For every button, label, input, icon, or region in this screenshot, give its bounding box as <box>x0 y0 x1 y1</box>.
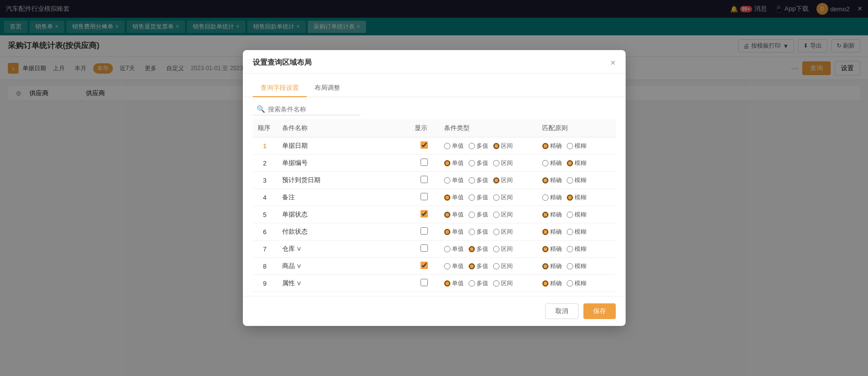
display-checkbox[interactable] <box>421 244 428 252</box>
type-radio[interactable] <box>469 246 475 252</box>
display-checkbox[interactable] <box>421 279 428 286</box>
dialog-overlay[interactable]: 设置查询区域布局 × 查询字段设置 布局调整 🔍 顺序 <box>0 0 868 376</box>
type-radio[interactable] <box>493 246 500 252</box>
match-radio[interactable] <box>567 212 573 218</box>
display-checkbox[interactable] <box>421 159 428 166</box>
type-radio[interactable] <box>469 160 475 166</box>
match-radio-label[interactable]: 精确 <box>542 142 562 150</box>
type-radio[interactable] <box>469 229 475 235</box>
type-radio-label[interactable]: 区间 <box>493 279 513 288</box>
type-radio[interactable] <box>493 194 500 201</box>
match-radio[interactable] <box>567 194 573 201</box>
dialog-close-icon[interactable]: × <box>610 58 616 67</box>
type-radio[interactable] <box>493 177 500 184</box>
match-radio-label[interactable]: 精确 <box>542 245 562 253</box>
cancel-button[interactable]: 取消 <box>545 303 579 319</box>
type-radio-label[interactable]: 单值 <box>444 279 464 288</box>
type-radio[interactable] <box>469 263 475 269</box>
match-radio[interactable] <box>542 229 549 235</box>
type-radio-label[interactable]: 单值 <box>444 245 464 253</box>
type-radio-label[interactable]: 多值 <box>469 245 488 253</box>
match-radio-label[interactable]: 精确 <box>542 159 562 167</box>
match-radio-label[interactable]: 精确 <box>542 262 562 270</box>
match-radio[interactable] <box>567 229 573 235</box>
type-radio-label[interactable]: 单值 <box>444 176 464 185</box>
match-radio[interactable] <box>542 194 549 201</box>
type-radio[interactable] <box>444 143 450 149</box>
type-radio[interactable] <box>444 177 450 184</box>
match-radio-label[interactable]: 精确 <box>542 279 562 288</box>
match-radio-label[interactable]: 模糊 <box>567 142 586 150</box>
type-radio-label[interactable]: 单值 <box>444 211 464 219</box>
type-radio[interactable] <box>469 212 475 218</box>
type-radio-label[interactable]: 多值 <box>469 262 488 270</box>
display-checkbox[interactable] <box>421 193 428 200</box>
match-radio[interactable] <box>542 246 549 252</box>
display-checkbox[interactable] <box>421 262 428 269</box>
type-radio-label[interactable]: 多值 <box>469 159 488 167</box>
type-radio-label[interactable]: 单值 <box>444 159 464 167</box>
type-radio-label[interactable]: 区间 <box>493 245 513 253</box>
type-radio[interactable] <box>469 280 475 287</box>
type-radio-label[interactable]: 单值 <box>444 193 464 202</box>
type-radio-label[interactable]: 多值 <box>469 176 488 185</box>
type-radio[interactable] <box>469 177 475 184</box>
type-radio[interactable] <box>493 212 500 218</box>
match-radio[interactable] <box>542 263 549 269</box>
type-radio[interactable] <box>444 160 450 166</box>
display-checkbox[interactable] <box>421 176 428 183</box>
type-radio[interactable] <box>444 280 450 287</box>
type-radio-label[interactable]: 区间 <box>493 262 513 270</box>
type-radio-label[interactable]: 多值 <box>469 279 488 288</box>
match-radio-label[interactable]: 精确 <box>542 176 562 185</box>
match-radio-label[interactable]: 模糊 <box>567 279 586 288</box>
dialog-tab-layout[interactable]: 布局调整 <box>307 80 348 97</box>
type-radio[interactable] <box>444 212 450 218</box>
match-radio[interactable] <box>542 280 549 287</box>
display-checkbox[interactable] <box>421 210 428 217</box>
match-radio-label[interactable]: 模糊 <box>567 193 586 202</box>
match-radio[interactable] <box>542 143 549 149</box>
match-radio[interactable] <box>542 160 549 166</box>
save-button[interactable]: 保存 <box>583 303 616 319</box>
match-radio[interactable] <box>567 143 573 149</box>
match-radio-label[interactable]: 模糊 <box>567 211 586 219</box>
type-radio-label[interactable]: 多值 <box>469 211 488 219</box>
type-radio[interactable] <box>444 263 450 269</box>
match-radio[interactable] <box>567 246 573 252</box>
type-radio-label[interactable]: 区间 <box>493 228 513 236</box>
match-radio-label[interactable]: 模糊 <box>567 176 586 185</box>
type-radio-label[interactable]: 区间 <box>493 211 513 219</box>
type-radio[interactable] <box>493 143 500 149</box>
type-radio[interactable] <box>444 246 450 252</box>
match-radio-label[interactable]: 模糊 <box>567 262 586 270</box>
match-radio-label[interactable]: 模糊 <box>567 245 586 253</box>
match-radio-label[interactable]: 精确 <box>542 211 562 219</box>
match-radio-label[interactable]: 模糊 <box>567 228 586 236</box>
match-radio-label[interactable]: 精确 <box>542 193 562 202</box>
match-radio[interactable] <box>567 263 573 269</box>
type-radio[interactable] <box>493 280 500 287</box>
type-radio-label[interactable]: 多值 <box>469 228 488 236</box>
type-radio[interactable] <box>493 229 500 235</box>
type-radio-label[interactable]: 区间 <box>493 176 513 185</box>
match-radio[interactable] <box>567 160 573 166</box>
display-checkbox[interactable] <box>421 227 428 235</box>
type-radio-label[interactable]: 单值 <box>444 142 464 150</box>
display-checkbox[interactable] <box>421 141 428 149</box>
type-radio-label[interactable]: 单值 <box>444 262 464 270</box>
type-radio[interactable] <box>444 194 450 201</box>
match-radio[interactable] <box>542 212 549 218</box>
type-radio[interactable] <box>469 143 475 149</box>
type-radio[interactable] <box>493 160 500 166</box>
match-radio[interactable] <box>567 177 573 184</box>
dialog-tab-query-fields[interactable]: 查询字段设置 <box>253 80 307 97</box>
match-radio-label[interactable]: 精确 <box>542 228 562 236</box>
type-radio[interactable] <box>444 229 450 235</box>
type-radio[interactable] <box>493 263 500 269</box>
type-radio-label[interactable]: 区间 <box>493 159 513 167</box>
type-radio-label[interactable]: 单值 <box>444 228 464 236</box>
type-radio-label[interactable]: 区间 <box>493 193 513 202</box>
match-radio[interactable] <box>567 280 573 287</box>
type-radio-label[interactable]: 区间 <box>493 142 513 150</box>
